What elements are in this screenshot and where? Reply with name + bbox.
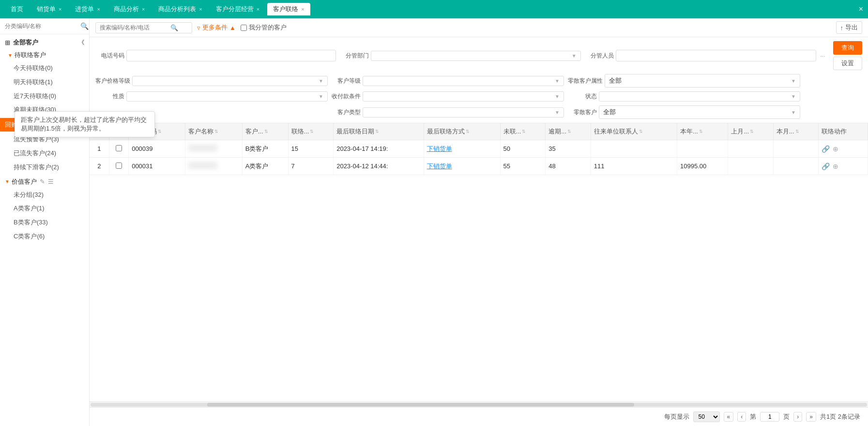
nav-product-analysis[interactable]: 商品分析 × [108,3,151,15]
manager-input[interactable] [616,50,816,61]
sort-year-icon[interactable]: ⇅ [699,129,703,134]
search-input[interactable] [100,24,168,31]
sort-date-icon[interactable]: ⇅ [375,129,379,134]
collapse-button[interactable]: 《 [78,39,84,47]
more-conditions-button[interactable]: ▿ 更多条件 ▲ [197,23,236,32]
first-page-button[interactable]: « [724,412,734,422]
sort-person-icon[interactable]: ⇅ [639,129,643,134]
dept-select[interactable]: ▼ [371,51,580,61]
sidebar-item-class-c[interactable]: C类客户(6) [0,230,89,244]
retail-attr-select[interactable]: 全部 ▼ [605,74,800,88]
horizontal-scrollbar[interactable] [90,401,868,407]
row1-checkbox [109,140,129,158]
sidebar-search-icon[interactable]: 🔍 [80,22,89,30]
sidebar-search-input[interactable] [5,23,77,29]
sidebar-item-declining[interactable]: 持续下滑客户(2) [0,161,89,175]
sidebar-item-churned[interactable]: 已流失客户(24) [0,147,89,161]
customer-grade-label: 客户等级 [332,77,361,85]
table-area: ⚙ 客户编码 ⇅ 客户名称 [90,123,868,401]
close-purchase-order[interactable]: × [97,6,100,12]
nav-product-analysis-list[interactable]: 商品分析列表 × [152,3,208,15]
retail-customer-select[interactable]: 全部 ▼ [599,105,800,119]
sidebar-item-7day-contact[interactable]: 近7天待联络(0) [0,89,89,103]
payment-terms-select[interactable]: ▼ [363,91,564,102]
sidebar-item-tomorrow-contact[interactable]: 明天待联络(1) [0,75,89,89]
scrollbar-thumb[interactable] [207,403,634,407]
settings-icon-small[interactable]: ☰ [48,178,54,185]
total-records-label: 共1页 2条记录 [820,412,860,421]
row1-select-checkbox[interactable] [116,145,122,151]
retail-customer-arrow: ▼ [791,110,796,115]
sidebar: 🔍 ⊞ 全部客户 《 ▼ 待联络客户 今天待联络(0) 明天待联络(1) 近7天… [0,18,90,426]
grid-icon: ⊞ [5,39,10,46]
th-uncontacted: 未联... ⇅ [500,123,546,140]
main-layout: 🔍 ⊞ 全部客户 《 ▼ 待联络客户 今天待联络(0) 明天待联络(1) 近7天… [0,18,868,426]
last-page-button[interactable]: » [806,412,816,422]
row2-link-icon[interactable]: 🔗 [822,162,830,170]
next-page-button[interactable]: › [793,412,802,422]
close-product-analysis-list[interactable]: × [199,6,202,12]
sort-name-icon[interactable]: ⇅ [214,129,218,134]
row2-num: 2 [90,158,109,175]
settings-button[interactable]: 设置 [833,57,862,70]
tooltip-box: 距客户上次交易时长，超过了此客户的平均交易周期的1.5倍，则视为异常。 [15,111,155,137]
customer-grade-select[interactable]: ▼ [363,76,564,86]
page-number-input[interactable] [760,412,779,422]
filter-customer-grade: 客户等级 ▼ [332,76,564,86]
sort-method-icon[interactable]: ⇅ [466,129,470,134]
nav-customer-contact[interactable]: 客户联络 × [267,3,310,15]
nav-customer-segmentation[interactable]: 客户分层经营 × [210,3,265,15]
export-button[interactable]: ↑ 导出 [836,21,863,34]
table-header-row: ⚙ 客户编码 ⇅ 客户名称 [90,123,868,140]
close-customer-segmentation[interactable]: × [257,6,259,12]
manager-label: 分管人员 [585,52,614,60]
pending-contact-group[interactable]: ▼ 待联络客户 [0,49,89,61]
manager-dots[interactable]: ··· [820,52,825,59]
th-last-contact-method: 最后联络方式 ⇅ [424,123,500,140]
dept-arrow-icon: ▼ [572,53,577,59]
row1-contact-person [591,140,677,158]
filter-customer-type: 客户类型 ▼ [332,107,564,118]
sort-type-icon[interactable]: ⇅ [264,129,268,134]
nav-sales-order[interactable]: 销货单 × [31,3,67,15]
all-customers-section: ⊞ 全部客户 《 [0,34,89,49]
close-customer-contact[interactable]: × [301,6,304,12]
sort-overdue-icon[interactable]: ⇅ [567,129,571,134]
row1-last-contact-method[interactable]: 下销货单 [424,140,500,158]
retail-attr-label: 零散客户属性 [568,77,603,85]
search-icon[interactable]: 🔍 [170,24,178,31]
row2-name [185,158,242,175]
sidebar-item-class-a[interactable]: A类客户(1) [0,202,89,216]
sort-lastmonth-icon[interactable]: ⇅ [750,129,754,134]
row2-checkbox [109,158,129,175]
row2-select-checkbox[interactable] [116,162,122,169]
row2-grid-icon[interactable]: ⊕ [833,162,838,170]
sidebar-item-today-contact[interactable]: 今天待联络(0) [0,61,89,75]
sidebar-item-class-b[interactable]: B类客户(33) [0,216,89,230]
nav-purchase-order[interactable]: 进货单 × [69,3,106,15]
close-sales-order[interactable]: × [59,6,61,12]
prev-page-button[interactable]: ‹ [737,412,746,422]
sort-uncontacted-icon[interactable]: ⇅ [522,129,526,134]
edit-icon[interactable]: ✎ [40,178,45,185]
row2-customer-type: A类客户 [242,158,288,175]
nav-home[interactable]: 首页 [5,3,29,15]
sort-code-icon[interactable]: ⇅ [158,129,162,134]
phone-input[interactable] [126,50,336,61]
row1-grid-icon[interactable]: ⊕ [833,145,838,153]
per-page-select[interactable]: 50 10 20 100 [693,411,720,422]
window-close-button[interactable]: × [859,5,863,14]
nature-select[interactable]: ▼ [126,91,328,102]
customers-table: ⚙ 客户编码 ⇅ 客户名称 [90,123,868,175]
sidebar-item-unclassified[interactable]: 未分组(32) [0,188,89,202]
row1-link-icon[interactable]: 🔗 [822,145,830,153]
sort-contact-icon[interactable]: ⇅ [310,129,314,134]
close-product-analysis[interactable]: × [142,6,145,12]
customer-type-select[interactable]: ▼ [363,107,564,118]
row2-last-contact-method[interactable]: 下销货单 [424,158,500,175]
sort-thismonth-icon[interactable]: ⇅ [795,129,799,134]
price-grade-select[interactable]: ▼ [132,76,328,86]
my-customer-checkbox[interactable] [241,25,247,31]
status-select[interactable]: ▼ [599,91,800,102]
query-button[interactable]: 查询 [833,41,862,55]
